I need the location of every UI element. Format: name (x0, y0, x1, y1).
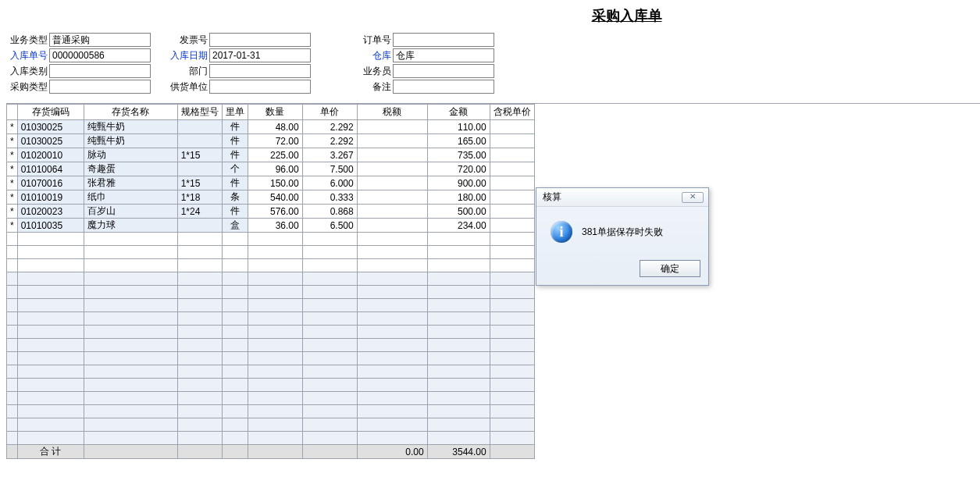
dialog-ok-button[interactable]: 确定 (640, 260, 700, 277)
col-header[interactable] (7, 105, 18, 120)
cell[interactable]: 1*18 (177, 190, 222, 205)
input-receipt-no[interactable] (49, 48, 151, 62)
cell[interactable] (84, 405, 177, 418)
cell[interactable]: 1*24 (177, 205, 222, 219)
table-row[interactable] (7, 365, 535, 379)
cell[interactable] (427, 312, 490, 326)
cell[interactable] (84, 418, 177, 432)
cell[interactable]: 3.267 (302, 148, 357, 162)
cell[interactable] (490, 326, 534, 339)
cell[interactable] (490, 432, 534, 445)
input-remark[interactable] (393, 80, 494, 94)
cell[interactable] (248, 312, 302, 326)
cell[interactable] (177, 312, 222, 326)
cell[interactable] (427, 272, 490, 286)
cell[interactable]: 个 (222, 162, 248, 176)
cell[interactable] (302, 259, 357, 272)
cell[interactable] (490, 418, 534, 432)
cell[interactable] (490, 352, 534, 365)
cell[interactable] (302, 299, 357, 312)
cell[interactable]: 盒 (222, 219, 248, 233)
cell[interactable] (490, 134, 534, 148)
cell[interactable] (427, 418, 490, 432)
cell[interactable] (7, 379, 18, 392)
cell[interactable]: 0.868 (302, 205, 357, 219)
cell[interactable] (17, 326, 84, 339)
input-order-no[interactable] (393, 33, 494, 47)
cell[interactable] (84, 259, 177, 272)
col-header[interactable]: 税额 (357, 105, 427, 120)
cell[interactable] (17, 418, 84, 432)
cell[interactable] (17, 272, 84, 286)
input-purchase-type[interactable] (49, 80, 151, 94)
cell[interactable]: 180.00 (427, 190, 490, 205)
col-header[interactable]: 单价 (302, 105, 357, 120)
cell[interactable] (248, 259, 302, 272)
cell[interactable]: 1*15 (177, 148, 222, 162)
table-row[interactable] (7, 392, 535, 405)
col-header[interactable]: 数量 (248, 105, 302, 120)
cell[interactable] (222, 432, 248, 445)
cell[interactable] (222, 286, 248, 299)
cell[interactable]: * (7, 120, 18, 134)
cell[interactable] (357, 246, 427, 259)
cell[interactable] (222, 259, 248, 272)
cell[interactable]: 脉动 (84, 148, 177, 162)
dialog-titlebar[interactable]: 核算 ✕ (536, 188, 708, 207)
input-operator[interactable] (393, 64, 494, 78)
cell[interactable] (7, 418, 18, 432)
col-header[interactable]: 金额 (427, 105, 490, 120)
table-row[interactable] (7, 233, 535, 246)
cell[interactable] (7, 233, 18, 246)
cell[interactable] (248, 352, 302, 365)
cell[interactable]: 150.00 (248, 176, 302, 190)
cell[interactable] (222, 312, 248, 326)
input-biz-type[interactable] (49, 33, 151, 47)
cell[interactable] (427, 352, 490, 365)
table-row[interactable] (7, 379, 535, 392)
col-header[interactable]: 规格型号 (177, 105, 222, 120)
cell[interactable] (222, 339, 248, 352)
input-warehouse[interactable] (393, 48, 494, 62)
table-row[interactable] (7, 272, 535, 286)
cell[interactable]: 01020023 (17, 205, 84, 219)
input-invoice-no[interactable] (209, 33, 311, 47)
cell[interactable] (177, 339, 222, 352)
cell[interactable]: 2.292 (302, 134, 357, 148)
cell[interactable] (490, 162, 534, 176)
cell[interactable] (302, 339, 357, 352)
cell[interactable] (84, 392, 177, 405)
cell[interactable]: * (7, 134, 18, 148)
cell[interactable] (84, 352, 177, 365)
cell[interactable]: 件 (222, 120, 248, 134)
table-row[interactable] (7, 405, 535, 418)
input-receipt-date[interactable] (209, 48, 311, 62)
label-receipt-date[interactable]: 入库日期 (166, 49, 209, 62)
cell[interactable] (490, 176, 534, 190)
cell[interactable]: 110.00 (427, 120, 490, 134)
cell[interactable] (222, 379, 248, 392)
cell[interactable]: 01030025 (17, 134, 84, 148)
cell[interactable] (248, 418, 302, 432)
cell[interactable] (7, 246, 18, 259)
cell[interactable] (177, 259, 222, 272)
cell[interactable] (357, 299, 427, 312)
cell[interactable] (490, 392, 534, 405)
cell[interactable]: * (7, 148, 18, 162)
cell[interactable] (490, 190, 534, 205)
cell[interactable] (302, 246, 357, 259)
cell[interactable] (7, 259, 18, 272)
cell[interactable] (490, 272, 534, 286)
table-row[interactable]: *01020010脉动1*15件225.003.267735.00 (7, 148, 535, 162)
cell[interactable] (248, 233, 302, 246)
cell[interactable]: 900.00 (427, 176, 490, 190)
cell[interactable]: * (7, 162, 18, 176)
cell[interactable] (84, 339, 177, 352)
cell[interactable] (84, 246, 177, 259)
cell[interactable] (177, 219, 222, 233)
cell[interactable] (7, 299, 18, 312)
cell[interactable] (17, 379, 84, 392)
cell[interactable] (248, 272, 302, 286)
cell[interactable]: 魔力球 (84, 219, 177, 233)
cell[interactable] (248, 405, 302, 418)
